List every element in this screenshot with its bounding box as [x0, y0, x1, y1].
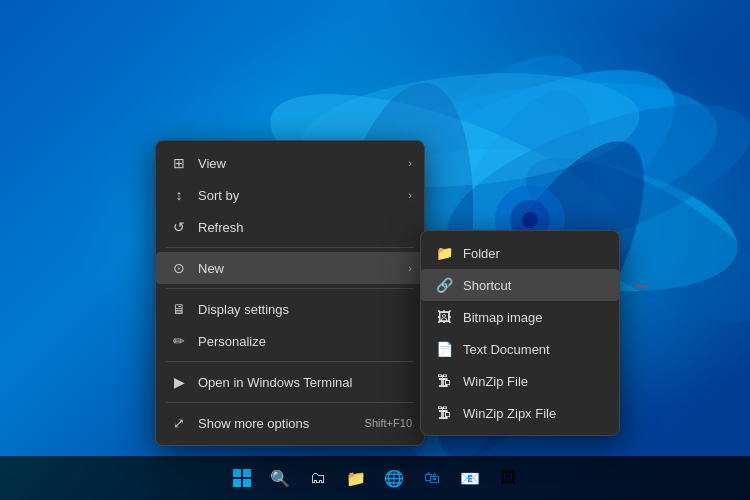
new-icon: ⊙	[170, 259, 188, 277]
shortcut-icon: 🔗	[435, 276, 453, 294]
menu-view-label: View	[198, 156, 226, 171]
more-shortcut: Shift+F10	[365, 417, 412, 429]
menu-item-refresh[interactable]: ↺ Refresh	[156, 211, 424, 243]
submenu-item-folder[interactable]: 📁 Folder	[421, 237, 619, 269]
context-menu: ⊞ View › ↕ Sort by › ↺ Refresh ⊙ New › 🖥…	[155, 140, 425, 446]
submenu-item-winzip-zipx[interactable]: 🗜 WinZip Zipx File	[421, 397, 619, 429]
submenu-item-bitmap[interactable]: 🖼 Bitmap image	[421, 301, 619, 333]
taskbar-store[interactable]: 🛍	[416, 462, 448, 494]
bitmap-icon: 🖼	[435, 308, 453, 326]
new-arrow: ›	[408, 262, 412, 274]
menu-refresh-label: Refresh	[198, 220, 244, 235]
svg-rect-15	[233, 469, 241, 477]
submenu-text-label: Text Document	[463, 342, 550, 357]
submenu-item-shortcut[interactable]: 🔗 Shortcut ←	[421, 269, 619, 301]
taskbar: 🔍 🗂 📁 🌐 🛍 📧 🖼	[0, 456, 750, 500]
submenu-folder-label: Folder	[463, 246, 500, 261]
menu-item-more[interactable]: ⤢ Show more options Shift+F10	[156, 407, 424, 439]
svg-rect-18	[243, 479, 251, 487]
menu-item-view[interactable]: ⊞ View ›	[156, 147, 424, 179]
display-icon: 🖥	[170, 300, 188, 318]
sort-arrow: ›	[408, 189, 412, 201]
menu-item-terminal[interactable]: ▶ Open in Windows Terminal	[156, 366, 424, 398]
separator-3	[166, 361, 414, 362]
menu-new-label: New	[198, 261, 224, 276]
menu-item-personalize[interactable]: ✏ Personalize	[156, 325, 424, 357]
taskbar-photos[interactable]: 🖼	[492, 462, 524, 494]
taskbar-task-view[interactable]: 🗂	[302, 462, 334, 494]
sort-icon: ↕	[170, 186, 188, 204]
taskbar-start-button[interactable]	[226, 462, 258, 494]
more-icon: ⤢	[170, 414, 188, 432]
terminal-icon: ▶	[170, 373, 188, 391]
submenu-winzip-zipx-label: WinZip Zipx File	[463, 406, 556, 421]
menu-display-label: Display settings	[198, 302, 289, 317]
menu-item-new[interactable]: ⊙ New ›	[156, 252, 424, 284]
taskbar-search[interactable]: 🔍	[264, 462, 296, 494]
winzip-zipx-icon: 🗜	[435, 404, 453, 422]
menu-terminal-label: Open in Windows Terminal	[198, 375, 352, 390]
svg-point-14	[522, 212, 538, 228]
taskbar-file-explorer[interactable]: 📁	[340, 462, 372, 494]
personalize-icon: ✏	[170, 332, 188, 350]
submenu: 📁 Folder 🔗 Shortcut ← 🖼 Bitmap image 📄 T…	[420, 230, 620, 436]
submenu-bitmap-label: Bitmap image	[463, 310, 542, 325]
svg-rect-17	[233, 479, 241, 487]
taskbar-mail[interactable]: 📧	[454, 462, 486, 494]
separator-4	[166, 402, 414, 403]
winzip-icon: 🗜	[435, 372, 453, 390]
submenu-item-text[interactable]: 📄 Text Document	[421, 333, 619, 365]
refresh-icon: ↺	[170, 218, 188, 236]
separator-2	[166, 288, 414, 289]
red-arrow-indicator: ←	[633, 274, 653, 297]
view-arrow: ›	[408, 157, 412, 169]
submenu-item-winzip[interactable]: 🗜 WinZip File	[421, 365, 619, 397]
menu-more-label: Show more options	[198, 416, 309, 431]
text-doc-icon: 📄	[435, 340, 453, 358]
submenu-shortcut-label: Shortcut	[463, 278, 511, 293]
menu-item-sort[interactable]: ↕ Sort by ›	[156, 179, 424, 211]
folder-icon: 📁	[435, 244, 453, 262]
menu-personalize-label: Personalize	[198, 334, 266, 349]
svg-rect-16	[243, 469, 251, 477]
menu-item-display[interactable]: 🖥 Display settings	[156, 293, 424, 325]
menu-sort-label: Sort by	[198, 188, 239, 203]
view-icon: ⊞	[170, 154, 188, 172]
submenu-winzip-label: WinZip File	[463, 374, 528, 389]
separator-1	[166, 247, 414, 248]
windows-logo	[233, 469, 251, 487]
taskbar-edge[interactable]: 🌐	[378, 462, 410, 494]
